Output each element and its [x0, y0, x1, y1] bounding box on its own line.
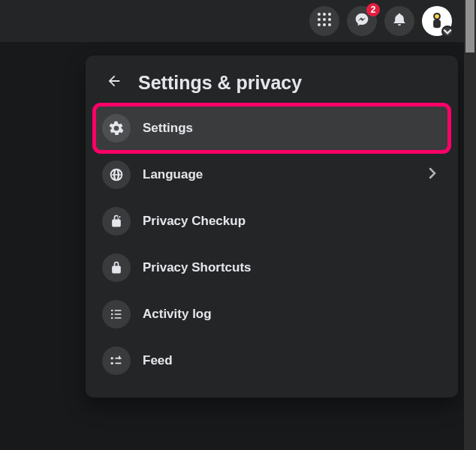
dropdown-title: Settings & privacy [138, 72, 302, 94]
scrollbar[interactable] [464, 0, 476, 450]
dropdown-header: Settings & privacy [95, 66, 449, 105]
svg-point-20 [111, 357, 113, 359]
menu-item-label: Privacy Shortcuts [143, 260, 441, 275]
menu-item-label: Settings [143, 121, 441, 136]
messenger-icon [354, 12, 369, 30]
svg-point-6 [318, 23, 321, 26]
chevron-down-icon [441, 26, 453, 38]
grid-icon [317, 12, 332, 30]
svg-rect-15 [115, 310, 122, 311]
svg-point-14 [111, 310, 113, 312]
settings-privacy-dropdown: Settings & privacy Settings Language Pri… [86, 56, 458, 398]
menu-grid-button[interactable] [309, 6, 339, 36]
globe-icon [102, 160, 131, 189]
svg-rect-11 [433, 20, 441, 28]
svg-rect-17 [115, 314, 122, 315]
svg-point-16 [111, 314, 113, 316]
account-avatar[interactable] [422, 6, 452, 36]
scrollbar-thumb[interactable] [465, 0, 474, 52]
lock-icon [102, 254, 131, 282]
gear-icon [102, 114, 131, 142]
svg-point-5 [328, 18, 331, 21]
messenger-button[interactable]: 2 [347, 6, 377, 36]
svg-point-0 [318, 13, 321, 16]
menu-item-label: Privacy Checkup [143, 214, 441, 229]
chevron-right-icon [423, 164, 441, 185]
svg-rect-24 [119, 356, 120, 359]
back-button[interactable] [101, 69, 128, 96]
menu-item-label: Feed [143, 353, 441, 368]
svg-point-3 [318, 18, 321, 21]
bell-icon [392, 12, 407, 30]
svg-point-12 [435, 14, 439, 19]
menu-item-feed[interactable]: Feed [95, 338, 449, 384]
feed-icon [102, 346, 131, 375]
svg-point-7 [323, 23, 326, 26]
svg-point-1 [323, 13, 326, 16]
svg-rect-19 [115, 317, 122, 319]
arrow-left-icon [106, 73, 122, 92]
svg-rect-23 [115, 363, 121, 364]
top-navigation-bar: 2 [0, 0, 476, 42]
notification-badge: 2 [366, 3, 380, 16]
menu-item-privacy-shortcuts[interactable]: Privacy Shortcuts [95, 244, 449, 291]
menu-item-privacy-checkup[interactable]: Privacy Checkup [95, 198, 449, 244]
menu-item-settings[interactable]: Settings [95, 105, 449, 152]
menu-item-activity-log[interactable]: Activity log [95, 291, 449, 338]
list-icon [102, 300, 131, 328]
svg-point-8 [328, 23, 331, 26]
notifications-button[interactable] [384, 6, 414, 36]
menu-item-language[interactable]: Language [95, 152, 449, 198]
svg-point-4 [323, 18, 326, 21]
svg-point-18 [111, 317, 113, 320]
svg-point-22 [111, 362, 113, 364]
svg-rect-21 [115, 358, 121, 359]
menu-item-label: Activity log [143, 307, 441, 322]
lock-heart-icon [102, 207, 131, 236]
menu-item-label: Language [143, 167, 411, 182]
svg-point-2 [328, 13, 331, 16]
